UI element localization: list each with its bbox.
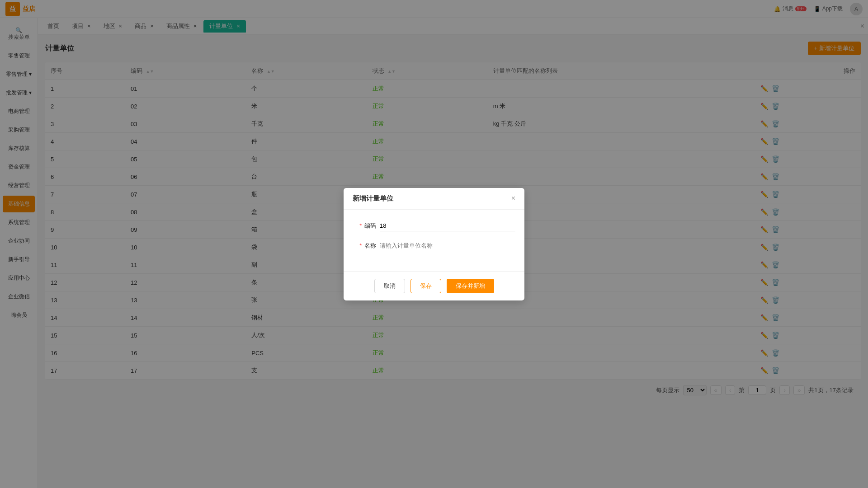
- code-form-row: * 编码: [353, 221, 515, 231]
- name-label: * 名称: [353, 242, 380, 250]
- cancel-button[interactable]: 取消: [374, 279, 405, 293]
- code-required-star: *: [359, 222, 362, 229]
- code-input[interactable]: [380, 221, 515, 231]
- modal-overlay: 新增计量单位 × * 编码 * 名称 取消 保存 保存并新增: [0, 0, 868, 488]
- add-unit-modal: 新增计量单位 × * 编码 * 名称 取消 保存 保存并新增: [344, 188, 524, 300]
- save-and-add-button[interactable]: 保存并新增: [447, 279, 494, 293]
- name-input[interactable]: [380, 240, 515, 251]
- name-required-star: *: [359, 242, 362, 249]
- modal-header: 新增计量单位 ×: [344, 188, 524, 210]
- code-label: * 编码: [353, 222, 380, 230]
- modal-title: 新增计量单位: [353, 194, 393, 203]
- modal-body: * 编码 * 名称: [344, 210, 524, 271]
- name-form-row: * 名称: [353, 240, 515, 251]
- modal-footer: 取消 保存 保存并新增: [344, 271, 524, 300]
- save-button[interactable]: 保存: [410, 279, 441, 293]
- modal-close-button[interactable]: ×: [511, 194, 515, 202]
